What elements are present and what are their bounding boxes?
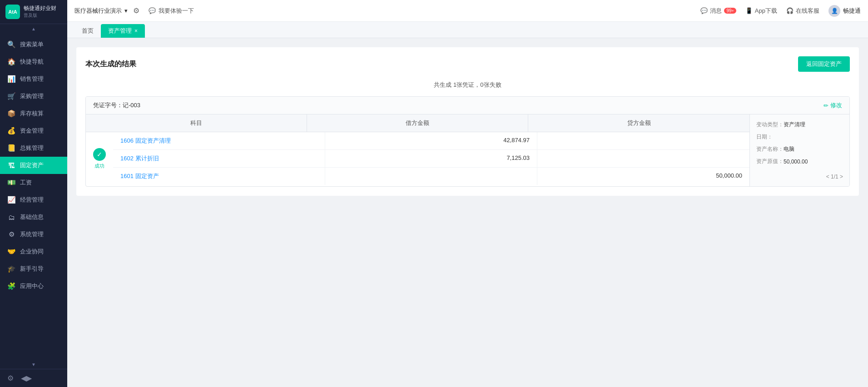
sidebar-item-经营管理[interactable]: 📈经营管理 <box>0 191 67 208</box>
badge-plus: + <box>732 9 734 13</box>
logo-text: 畅捷通好业财 <box>24 5 56 12</box>
sidebar-item-系统管理[interactable]: ⚙系统管理 <box>0 226 67 243</box>
username: 畅捷通 <box>843 7 861 15</box>
col-credit: 贷方金额 <box>528 114 749 132</box>
date-label: 日期： <box>756 133 783 141</box>
logo-icon: AtA <box>5 5 20 19</box>
topbar-right: 💬 消息 99+ 📱 App下载 🎧 在线客服 👤 畅捷通 <box>700 5 861 17</box>
nav-icon-11: ⚙ <box>7 230 15 238</box>
sidebar-item-库存核算[interactable]: 📦库存核算 <box>0 105 67 122</box>
sidebar-scroll-up[interactable]: ▲ <box>0 24 67 33</box>
nav-label-11: 系统管理 <box>20 230 44 238</box>
sidebar-item-固定资产[interactable]: 🏗固定资产 <box>0 157 67 174</box>
settings-icon[interactable]: ⚙ <box>133 6 139 15</box>
sidebar-item-企业协同[interactable]: 🤝企业协同 <box>0 243 67 260</box>
nav-icon-12: 🤝 <box>7 248 15 256</box>
tab-首页[interactable]: 首页 <box>74 24 101 38</box>
voucher-no: 凭证字号：记-003 <box>93 101 140 109</box>
nav-label-1: 快捷导航 <box>20 58 44 66</box>
feedback-button[interactable]: 💬 我要体验一下 <box>149 7 194 15</box>
change-type-value: 资产清理 <box>784 121 805 129</box>
table-head: 科目 借方金额 贷方金额 <box>86 114 749 132</box>
topbar: 医疗器械行业演示 ▾ ⚙ 💬 我要体验一下 💬 消息 99+ 📱 App下载 🎧… <box>67 0 868 22</box>
sidebar-item-采购管理[interactable]: 🛒采购管理 <box>0 88 67 105</box>
sidebar-item-总账管理[interactable]: 📒总账管理 <box>0 139 67 157</box>
sidebar-item-搜索菜单[interactable]: 🔍搜索菜单 <box>0 36 67 53</box>
nav-label-12: 企业协同 <box>20 248 44 256</box>
cell-debit-0: 42,874.97 <box>325 132 537 149</box>
voucher-side-info: 变动类型： 资产清理 日期： 资产名称： 电脑 资产原值： <box>749 114 849 186</box>
voucher-block: 凭证字号：记-003 ✏ 修改 科目 借方金额 贷方金额 <box>85 96 850 187</box>
settings-bottom-icon[interactable]: ⚙ <box>7 374 14 382</box>
cell-subject-1: 1602 累计折旧 <box>113 150 325 167</box>
change-type-label: 变动类型： <box>756 121 784 129</box>
cell-subject-2: 1601 固定资产 <box>113 168 325 185</box>
message-icon: 💬 <box>700 7 708 14</box>
feedback-icon: 💬 <box>149 7 156 14</box>
col-subject: 科目 <box>86 114 307 132</box>
sidebar-scroll-down[interactable]: ▼ <box>0 360 67 369</box>
sidebar-item-新手引导[interactable]: 🎓新手引导 <box>0 260 67 278</box>
voucher-no-value: 记-003 <box>123 102 140 109</box>
result-card: 本次生成的结果 返回固定资产 共生成 1张凭证，0张失败 凭证字号：记-003 … <box>76 47 859 196</box>
message-label: 消息 <box>710 7 722 15</box>
cell-debit-1: 7,125.03 <box>325 150 537 167</box>
edit-icon: ✏ <box>823 102 828 109</box>
company-name: 医疗器械行业演示 <box>74 7 122 15</box>
table-row-group: ✓ 成功 1606 固定资产清理 42,874.97 1602 累计折旧 7,1… <box>86 132 749 185</box>
table-row: 1601 固定资产 50,000.00 <box>113 168 749 185</box>
page-title: 本次生成的结果 <box>85 60 136 69</box>
return-button[interactable]: 返回固定资产 <box>798 56 850 72</box>
result-summary: 共生成 1张凭证，0张失败 <box>85 81 850 89</box>
feedback-label: 我要体验一下 <box>159 7 194 15</box>
success-icon: ✓ <box>93 148 106 161</box>
nav-icon-10: 🗂 <box>7 213 15 221</box>
nav-icon-2: 📊 <box>7 75 15 83</box>
side-original-value: 资产原值： 50,000.00 <box>756 158 843 165</box>
sidebar-bottom: ⚙ ◀▶ <box>0 369 67 387</box>
tab-资产管理[interactable]: 资产管理× <box>101 24 145 38</box>
voucher-no-label: 凭证字号： <box>93 102 123 109</box>
side-date: 日期： <box>756 133 843 141</box>
sidebar-item-应用中心[interactable]: 🧩应用中心 <box>0 278 67 295</box>
side-change-type: 变动类型： 资产清理 <box>756 121 843 129</box>
nav-label-4: 库存核算 <box>20 109 44 118</box>
sidebar-item-销售管理[interactable]: 📊销售管理 <box>0 70 67 88</box>
col-debit: 借方金额 <box>307 114 528 132</box>
tabbar: 首页资产管理× <box>67 22 868 38</box>
tab-label-1: 资产管理 <box>108 27 132 35</box>
side-asset-name: 资产名称： 电脑 <box>756 145 843 153</box>
sidebar-item-快捷导航[interactable]: 🏠快捷导航 <box>0 53 67 70</box>
edit-button[interactable]: ✏ 修改 <box>823 101 842 109</box>
nav-icon-14: 🧩 <box>7 282 15 290</box>
pagination[interactable]: < 1/1 > <box>756 170 843 180</box>
nav-icon-9: 📈 <box>7 196 15 204</box>
sidebar-item-基础信息[interactable]: 🗂基础信息 <box>0 208 67 226</box>
message-badge: 99+ <box>724 8 736 14</box>
nav-label-2: 销售管理 <box>20 75 44 83</box>
result-header: 本次生成的结果 返回固定资产 <box>85 56 850 72</box>
message-button[interactable]: 💬 消息 99+ <box>700 7 736 15</box>
online-service-button[interactable]: 🎧 在线客服 <box>786 7 819 15</box>
nav-label-9: 经营管理 <box>20 196 44 204</box>
app-download-button[interactable]: 📱 App下载 <box>745 7 777 15</box>
online-service-label: 在线客服 <box>796 7 819 15</box>
tab-close-1[interactable]: × <box>134 28 138 34</box>
page-content: 本次生成的结果 返回固定资产 共生成 1张凭证，0张失败 凭证字号：记-003 … <box>67 38 868 387</box>
collapse-icon[interactable]: ◀▶ <box>21 374 32 382</box>
edit-label: 修改 <box>830 101 842 109</box>
company-selector[interactable]: 医疗器械行业演示 ▾ <box>74 7 128 15</box>
main-area: 医疗器械行业演示 ▾ ⚙ 💬 我要体验一下 💬 消息 99+ 📱 App下载 🎧… <box>67 0 868 387</box>
asset-name-value: 电脑 <box>784 145 794 153</box>
sidebar-item-工资[interactable]: 💵工资 <box>0 174 67 191</box>
cell-credit-1 <box>537 150 749 167</box>
nav-label-10: 基础信息 <box>20 213 44 221</box>
nav-label-13: 新手引导 <box>20 265 44 273</box>
avatar: 👤 <box>828 5 840 17</box>
original-value-value: 50,000.00 <box>784 159 808 165</box>
nav-icon-4: 📦 <box>7 109 15 118</box>
user-menu[interactable]: 👤 畅捷通 <box>828 5 861 17</box>
nav-label-6: 总账管理 <box>20 144 44 152</box>
sidebar-item-资金管理[interactable]: 💰资金管理 <box>0 122 67 139</box>
nav-icon-1: 🏠 <box>7 58 15 66</box>
